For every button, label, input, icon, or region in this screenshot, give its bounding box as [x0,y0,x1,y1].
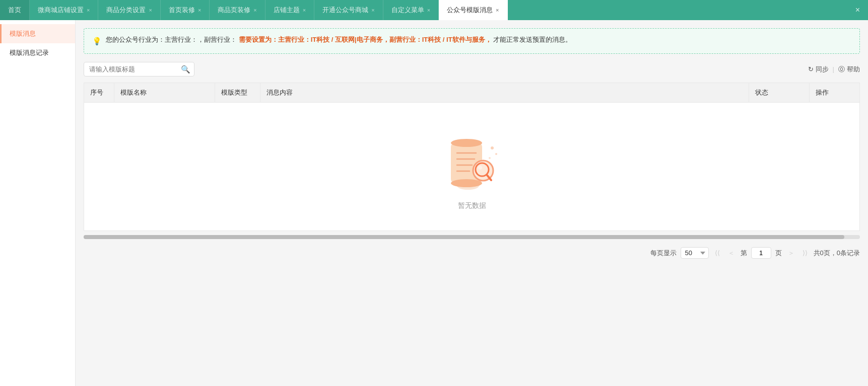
main-layout: 模版消息 模版消息记录 💡 您的公众号行业为：主营行业：，副营行业： 需要设置为… [0,20,868,386]
current-page-input[interactable] [751,247,771,259]
data-table: 序号 模版名称 模版类型 消息内容 状态 操作 [84,83,860,231]
tab-category-label: 商品分类设置 [106,6,146,15]
search-icon: 🔍 [181,65,190,73]
empty-illustration [442,133,502,193]
notice-highlight: 需要设置为：主营行业：IT科技 / 互联网|电子商务，副营行业：IT科技 / I… [239,36,492,43]
scrollbar-thumb [84,235,844,239]
tab-store-label: 店铺主题 [274,6,300,15]
tab-bar: 首页 微商城店铺设置 × 商品分类设置 × 首页装修 × 商品页装修 × 店铺主… [0,0,868,20]
tab-product-label: 商品页装修 [218,6,250,15]
tab-template-label: 公众号模版消息 [447,6,493,15]
sidebar-label-template-log: 模版消息记录 [10,49,49,56]
tab-custom-menu[interactable]: 自定义菜单 × [383,0,439,20]
help-button[interactable]: ⓪ 帮助 [838,65,860,74]
sidebar: 模版消息 模版消息记录 [0,20,76,386]
col-name: 模版名称 [114,83,215,103]
toolbar-right: ↻ 同步 | ⓪ 帮助 [808,65,860,74]
tab-weishop-close[interactable]: × [87,7,90,13]
pagination: 每页显示 10 20 50 100 ⟨⟨ ＜ 第 页 ＞ ⟩⟩ 共0页，0条记录 [84,243,860,261]
next-page-button[interactable]: ＞ [786,248,796,259]
search-button[interactable]: 🔍 [181,65,190,74]
col-status: 状态 [749,83,810,103]
page-ye-label: 页 [775,249,782,258]
tab-home[interactable]: 首页 [0,0,30,20]
sync-label: 同步 [816,65,829,74]
sync-button[interactable]: ↻ 同步 [808,65,829,74]
table-scrollbar[interactable] [84,235,860,239]
prev-page-button[interactable]: ＜ [726,248,737,259]
col-type: 模版类型 [215,83,260,103]
content-area: 💡 您的公众号行业为：主营行业：，副营行业： 需要设置为：主营行业：IT科技 /… [76,20,868,386]
sync-icon: ↻ [808,65,814,73]
empty-state-row: 暂无数据 [84,103,860,231]
tab-bar-close-all[interactable]: × [847,6,868,15]
col-content: 消息内容 [260,83,749,103]
tab-weishop-label: 微商城店铺设置 [38,6,84,15]
search-input[interactable] [84,62,194,76]
tab-template-msg[interactable]: 公众号模版消息 × [439,0,507,20]
tab-custom-close[interactable]: × [427,7,430,13]
sidebar-label-template-msg: 模版消息 [10,30,36,37]
tab-open-mall[interactable]: 开通公众号商城 × [314,0,383,20]
notice-box: 💡 您的公众号行业为：主营行业：，副营行业： 需要设置为：主营行业：IT科技 /… [84,28,860,54]
col-seq: 序号 [84,83,114,103]
first-page-button[interactable]: ⟨⟨ [713,248,722,258]
search-bar: 🔍 ↻ 同步 | ⓪ 帮助 [84,62,860,76]
empty-text: 暂无数据 [458,201,486,210]
svg-point-11 [478,166,482,170]
tab-homepage-decor[interactable]: 首页装修 × [161,0,210,20]
page-di-label: 第 [741,249,747,258]
tab-category-setting[interactable]: 商品分类设置 × [98,0,160,20]
tab-open-label: 开通公众号商城 [322,6,368,15]
tab-store-close[interactable]: × [303,7,306,13]
last-page-button[interactable]: ⟩⟩ [800,248,810,258]
svg-point-14 [489,157,491,159]
search-input-wrap: 🔍 [84,62,194,76]
tab-homepage-label: 首页装修 [169,6,195,15]
page-size-label: 每页显示 [650,249,677,258]
tab-category-close[interactable]: × [149,7,152,13]
tab-custom-label: 自定义菜单 [391,6,424,15]
col-action: 操作 [810,83,860,103]
tab-weishop-setting[interactable]: 微商城店铺设置 × [30,0,98,20]
tab-open-close[interactable]: × [371,7,374,13]
tab-template-close[interactable]: × [496,7,499,13]
svg-point-12 [491,146,494,149]
tab-store-theme[interactable]: 店铺主题 × [265,0,314,20]
notice-icon: 💡 [92,35,102,47]
sidebar-item-template-msg[interactable]: 模版消息 [0,24,75,43]
tab-home-label: 首页 [8,6,21,15]
svg-point-13 [495,153,497,155]
svg-point-2 [451,139,482,147]
empty-state: 暂无数据 [84,103,859,230]
notice-text: 您的公众号行业为：主营行业：，副营行业： 需要设置为：主营行业：IT科技 / 互… [106,35,572,45]
sidebar-item-template-msg-log[interactable]: 模版消息记录 [0,43,75,62]
tab-product-close[interactable]: × [253,7,256,13]
page-size-select[interactable]: 10 20 50 100 [681,247,709,259]
toolbar-divider: | [833,65,834,73]
tab-homepage-close[interactable]: × [198,7,201,13]
svg-point-3 [451,179,482,187]
table-header-row: 序号 模版名称 模版类型 消息内容 状态 操作 [84,83,860,103]
total-text: 共0页，0条记录 [814,249,860,258]
help-icon: ⓪ [838,65,845,74]
tab-product-decor[interactable]: 商品页装修 × [210,0,265,20]
help-label: 帮助 [847,65,860,74]
